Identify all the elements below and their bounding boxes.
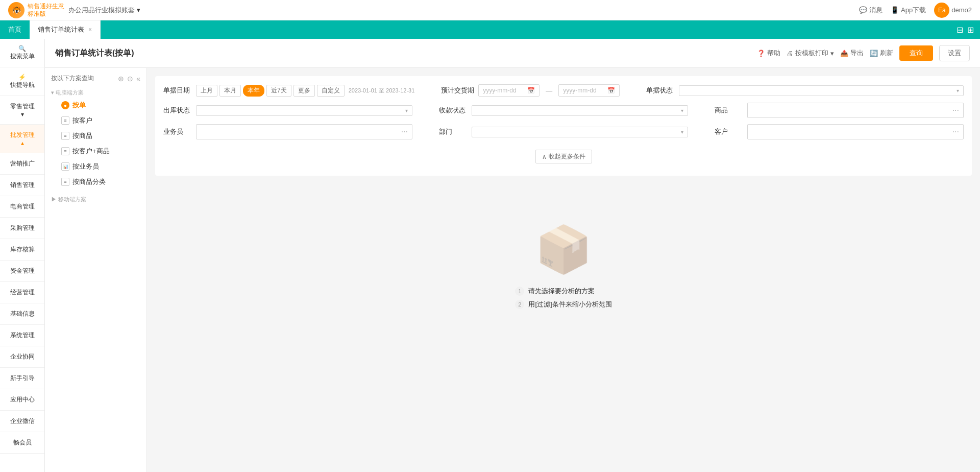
order-status-select[interactable]: ▾ bbox=[679, 85, 964, 96]
filter-row-1: 单据日期 上月 本月 本年 近7天 更多 自定义 2023-01-01 至 20… bbox=[163, 84, 964, 97]
wholesale-arrow-icon: ▴ bbox=[21, 139, 24, 147]
department-select[interactable]: ▾ bbox=[472, 127, 688, 137]
scheme-by-customer-product[interactable]: ≡ 按客户+商品 bbox=[45, 144, 146, 159]
customer-input[interactable]: ··· bbox=[747, 124, 964, 139]
account-dropdown[interactable]: 办公用品行业模拟账套 ▾ bbox=[68, 6, 140, 15]
tab-sales-stats[interactable]: 销售订单统计表 × bbox=[30, 20, 101, 39]
sidebar-item-member[interactable]: 畅会员 bbox=[0, 432, 44, 454]
sidebar-item-operation[interactable]: 经营管理 bbox=[0, 282, 44, 303]
main-layout: 🔍 搜索菜单 ⚡ 快捷导航 零售管理 ▾ 批发管理 ▴ 营销推广 销售管理 电商… bbox=[0, 39, 980, 472]
empty-step-1: 1 请先选择要分析的方案 bbox=[515, 287, 611, 296]
collapse-panel-icon[interactable]: « bbox=[136, 75, 140, 83]
sidebar-item-retail[interactable]: 零售管理 ▾ bbox=[0, 96, 44, 125]
salesperson-dots-icon[interactable]: ··· bbox=[401, 127, 408, 136]
quicknav-icon: ⚡ bbox=[0, 74, 44, 81]
sidebar-item-wechat[interactable]: 企业微信 bbox=[0, 411, 44, 432]
btn-last7[interactable]: 近7天 bbox=[266, 85, 291, 97]
edit-scheme-icon[interactable]: ⊙ bbox=[127, 75, 133, 83]
sidebar-item-inventory[interactable]: 库存核算 bbox=[0, 239, 44, 261]
minimize-icon[interactable]: ⊟ bbox=[957, 25, 963, 35]
refresh-button[interactable]: 🔄 刷新 bbox=[870, 49, 893, 58]
inner-layout: 按以下方案查询 ⊕ ⊙ « ▾ 电脑端方案 ● 按单 ≡ bbox=[45, 68, 980, 472]
add-scheme-icon[interactable]: ⊕ bbox=[118, 75, 124, 83]
delivery-status-select[interactable]: ▾ bbox=[196, 105, 412, 116]
collapse-button[interactable]: ∧ 收起更多条件 bbox=[535, 150, 592, 163]
sidebar-item-system[interactable]: 系统管理 bbox=[0, 325, 44, 346]
export-button[interactable]: 📤 导出 bbox=[840, 49, 864, 58]
export-icon: 📤 bbox=[840, 50, 848, 57]
content-area: 销售订单统计表(按单) ❓ 帮助 🖨 按模板打印 ▾ 📤 导出 🔄 刷新 bbox=[45, 39, 980, 472]
topbar: 🐯 销售通好生意 标准版 办公用品行业模拟账套 ▾ 💬 消息 📱 App下载 E… bbox=[0, 0, 980, 20]
btn-this-year[interactable]: 本年 bbox=[243, 85, 264, 97]
tabbar: 首页 销售订单统计表 × ⊟ ⊞ bbox=[0, 20, 980, 39]
tab-close-icon[interactable]: × bbox=[88, 26, 92, 33]
calendar-icon: 📅 bbox=[527, 87, 535, 94]
page-header: 销售订单统计表(按单) ❓ 帮助 🖨 按模板打印 ▾ 📤 导出 🔄 刷新 bbox=[45, 39, 980, 68]
pc-section-label: ▾ 电脑端方案 bbox=[45, 87, 146, 98]
calendar2-icon: 📅 bbox=[607, 87, 615, 94]
sidebar-item-finance[interactable]: 资金管理 bbox=[0, 261, 44, 282]
btn-custom[interactable]: 自定义 bbox=[317, 85, 345, 97]
expected-date-label: 预计交货期 bbox=[441, 86, 474, 95]
scheme-by-salesperson[interactable]: 📊 按业务员 bbox=[45, 159, 146, 174]
query-button[interactable]: 查询 bbox=[899, 45, 933, 61]
product-input[interactable]: ··· bbox=[747, 103, 964, 118]
sidebar-item-newbie[interactable]: 新手引导 bbox=[0, 368, 44, 389]
message-label: 消息 bbox=[869, 6, 883, 15]
btn-more[interactable]: 更多 bbox=[293, 85, 315, 97]
mobile-chevron-icon: ▶ bbox=[51, 196, 57, 202]
help-button[interactable]: ❓ 帮助 bbox=[757, 49, 780, 58]
step2-text: 用[过滤]条件来缩小分析范围 bbox=[528, 300, 611, 309]
sidebar-item-sales[interactable]: 销售管理 bbox=[0, 175, 44, 196]
settings-button[interactable]: 设置 bbox=[939, 45, 970, 61]
btn-this-month[interactable]: 本月 bbox=[219, 85, 241, 97]
expected-date-end[interactable]: yyyy-mm-dd 📅 bbox=[558, 84, 620, 97]
print-icon: 🖨 bbox=[787, 50, 793, 57]
filter-row-2: 出库状态 ▾ 收款状态 ▾ bbox=[163, 103, 964, 118]
print-button[interactable]: 🖨 按模板打印 ▾ bbox=[787, 49, 834, 58]
pc-chevron-icon: ▾ bbox=[51, 89, 54, 96]
sidebar-item-appstore[interactable]: 应用中心 bbox=[0, 389, 44, 411]
payment-label: 收款状态 bbox=[439, 106, 468, 115]
filter-section: 单据日期 上月 本月 本年 近7天 更多 自定义 2023-01-01 至 20… bbox=[155, 76, 972, 176]
sidebar-item-wholesale[interactable]: 批发管理 ▴ bbox=[0, 125, 44, 153]
filter-expected-date-item: 预计交货期 yyyy-mm-dd 📅 — yyyy-mm-dd 📅 bbox=[441, 84, 620, 97]
product-dots-icon[interactable]: ··· bbox=[952, 106, 959, 115]
sidebar-item-enterprise[interactable]: 企业协同 bbox=[0, 346, 44, 368]
tab-label: 销售订单统计表 bbox=[38, 25, 84, 34]
sidebar-item-marketing[interactable]: 营销推广 bbox=[0, 153, 44, 175]
step1-num: 1 bbox=[515, 287, 524, 296]
btn-prev-month[interactable]: 上月 bbox=[196, 85, 217, 97]
scheme-by-order[interactable]: ● 按单 bbox=[45, 98, 146, 113]
scheme-by-category[interactable]: ≡ 按商品分类 bbox=[45, 174, 146, 190]
by-customer-icon: ≡ bbox=[61, 116, 69, 125]
sidebar-item-ecommerce[interactable]: 电商管理 bbox=[0, 196, 44, 218]
filter-department-item: 部门 ▾ bbox=[439, 127, 688, 137]
payment-status-select[interactable]: ▾ bbox=[472, 105, 688, 116]
department-label: 部门 bbox=[439, 127, 468, 136]
sidebar-item-search[interactable]: 🔍 搜索菜单 bbox=[0, 39, 44, 67]
topbar-left: 🐯 销售通好生意 标准版 办公用品行业模拟账套 ▾ bbox=[8, 2, 140, 18]
sidebar-item-purchase[interactable]: 采购管理 bbox=[0, 218, 44, 239]
salesperson-input[interactable]: ··· bbox=[196, 124, 412, 139]
message-button[interactable]: 💬 消息 bbox=[859, 6, 883, 15]
delivery-label: 出库状态 bbox=[163, 106, 192, 115]
dropdown-arrow-icon: ▾ bbox=[137, 6, 140, 14]
scheme-by-customer[interactable]: ≡ 按客户 bbox=[45, 113, 146, 128]
sidebar-item-basic[interactable]: 基础信息 bbox=[0, 303, 44, 325]
maximize-icon[interactable]: ⊞ bbox=[967, 25, 974, 35]
filter-payment-item: 收款状态 ▾ bbox=[439, 105, 688, 116]
logo-area: 🐯 销售通好生意 标准版 bbox=[8, 2, 64, 18]
tab-home[interactable]: 首页 bbox=[0, 20, 30, 39]
app-download-button[interactable]: 📱 App下载 bbox=[891, 6, 926, 15]
by-category-icon: ≡ bbox=[61, 178, 69, 186]
empty-steps: 1 请先选择要分析的方案 2 用[过滤]条件来缩小分析范围 bbox=[515, 287, 611, 313]
collapse-chevron-icon: ∧ bbox=[542, 153, 547, 160]
page-header-actions: ❓ 帮助 🖨 按模板打印 ▾ 📤 导出 🔄 刷新 查询 设置 bbox=[757, 45, 970, 61]
sidebar-item-quicknav[interactable]: ⚡ 快捷导航 bbox=[0, 67, 44, 96]
scheme-by-product[interactable]: ≡ 按商品 bbox=[45, 128, 146, 144]
logo-text: 销售通好生意 标准版 bbox=[28, 3, 64, 17]
user-menu[interactable]: Ea demo2 bbox=[934, 3, 972, 18]
customer-dots-icon[interactable]: ··· bbox=[952, 127, 959, 136]
expected-date-start[interactable]: yyyy-mm-dd 📅 bbox=[478, 84, 540, 97]
